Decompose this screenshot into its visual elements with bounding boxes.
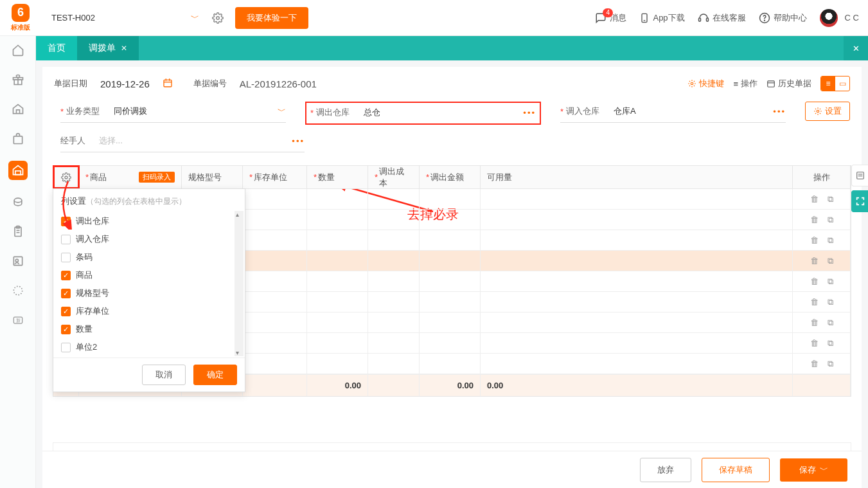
avatar — [820, 9, 838, 27]
delete-icon[interactable]: 🗑 — [810, 359, 819, 368]
colset-option[interactable]: 条码 — [61, 248, 242, 266]
rail-finance-icon[interactable] — [10, 194, 26, 210]
biz-type-field[interactable]: *业务类型 同价调拨 ﹀ — [60, 102, 286, 123]
tabs-close-all[interactable]: ✕ — [844, 36, 868, 60]
total-amt: 0.00 — [420, 375, 481, 396]
colset-option[interactable]: ✓商品 — [61, 266, 242, 284]
rail-stock-icon[interactable] — [10, 102, 26, 117]
col-amt[interactable]: *调出金额 — [420, 166, 481, 188]
copy-icon[interactable]: ⧉ — [828, 318, 833, 328]
delete-icon[interactable]: 🗑 — [810, 297, 819, 307]
customer-service-button[interactable]: 在线客服 — [698, 12, 746, 24]
col-spec[interactable]: 规格型号 — [182, 166, 243, 188]
copy-icon[interactable]: ⧉ — [828, 215, 833, 225]
org-selector[interactable]: TEST-H002 ﹀ — [45, 7, 206, 29]
svg-rect-1 — [642, 14, 647, 22]
delete-icon[interactable]: 🗑 — [810, 215, 819, 224]
copy-icon[interactable]: ⧉ — [828, 276, 833, 287]
history-button[interactable]: 历史单据 — [766, 78, 811, 89]
svg-rect-20 — [164, 80, 172, 87]
svg-rect-3 — [698, 18, 700, 21]
ops-button[interactable]: ≡ 操作 — [733, 78, 757, 89]
delete-icon[interactable]: 🗑 — [810, 194, 819, 204]
svg-rect-25 — [768, 81, 775, 87]
rail-warehouse-icon[interactable] — [8, 161, 28, 180]
tab-transfer[interactable]: 调拨单 ✕ — [77, 36, 139, 60]
settings-button[interactable]: 设置 — [805, 102, 850, 121]
delete-icon[interactable]: 🗑 — [810, 276, 819, 286]
colset-option-label: 规格型号 — [76, 287, 109, 299]
colset-option[interactable]: ✓规格型号 — [61, 284, 242, 302]
scan-tag[interactable]: 扫码录入 — [139, 172, 175, 183]
copy-icon[interactable]: ⧉ — [828, 297, 833, 307]
in-warehouse-field[interactable]: *调入仓库 仓库A ••• — [560, 102, 786, 123]
colset-option[interactable]: ✓数量 — [61, 320, 242, 338]
tab-home[interactable]: 首页 — [36, 36, 77, 60]
save-draft-button[interactable]: 保存草稿 — [702, 458, 770, 482]
copy-icon[interactable]: ⧉ — [828, 338, 833, 348]
checkbox-icon: ✓ — [61, 307, 71, 316]
save-button[interactable]: 保存 ﹀ — [780, 458, 847, 482]
view-list-icon[interactable]: ≡ — [821, 77, 835, 91]
rail-bag-icon[interactable] — [10, 131, 26, 147]
trial-button[interactable]: 我要体验一下 — [235, 7, 308, 29]
view-grid-icon[interactable]: ▭ — [835, 77, 849, 91]
user-menu[interactable]: C C — [820, 9, 859, 27]
col-unit[interactable]: *库存单位 — [243, 166, 307, 188]
colset-option-label: 调入仓库 — [76, 233, 109, 245]
app-header: 6 标准版 TEST-H002 ﹀ 我要体验一下 消息 4 App下载 在线客服… — [0, 0, 868, 36]
col-qty[interactable]: *数量 — [307, 166, 368, 188]
form-row-2: 经手人 选择... ••• — [42, 125, 862, 152]
copy-icon[interactable]: ⧉ — [828, 194, 833, 204]
rail-contacts-icon[interactable] — [10, 253, 26, 269]
colset-option[interactable]: 单位2 — [61, 338, 242, 356]
rail-gift-icon[interactable] — [10, 72, 26, 87]
logo: 6 标准版 — [9, 4, 32, 32]
rail-clipboard-icon[interactable] — [10, 224, 26, 239]
colset-list[interactable]: ✓调出仓库调入仓库条码✓商品✓规格型号✓库存单位✓数量单位2 — [53, 210, 245, 357]
shortcut-button[interactable]: 快捷键 — [687, 78, 724, 89]
col-product[interactable]: *商品扫码录入 — [79, 166, 182, 188]
colset-option[interactable]: 调入仓库 — [61, 230, 242, 248]
col-avail[interactable]: 可用量 — [481, 166, 793, 188]
close-icon[interactable]: ✕ — [121, 44, 127, 53]
settings-icon[interactable] — [212, 12, 224, 24]
more-icon[interactable]: ••• — [292, 136, 305, 146]
ok-button[interactable]: 确定 — [193, 365, 237, 385]
more-icon[interactable]: ••• — [523, 108, 536, 118]
delete-icon[interactable]: 🗑 — [810, 318, 819, 327]
svg-point-16 — [15, 259, 18, 262]
col-cost[interactable]: *调出成本 — [368, 166, 420, 188]
help-label: 帮助中心 — [774, 12, 807, 24]
delete-icon[interactable]: 🗑 — [810, 235, 819, 245]
side-panel-toggle[interactable] — [851, 165, 868, 186]
logo-icon: 6 — [12, 4, 30, 22]
fullscreen-toggle[interactable] — [851, 190, 868, 212]
scrollbar[interactable] — [235, 211, 244, 356]
calendar-icon[interactable] — [163, 78, 173, 90]
messages-button[interactable]: 消息 4 — [595, 12, 626, 24]
help-center-button[interactable]: 帮助中心 — [759, 12, 807, 24]
more-icon[interactable]: ••• — [773, 107, 786, 116]
delete-icon[interactable]: 🗑 — [810, 338, 819, 348]
out-warehouse-field[interactable]: *调出仓库 总仓 ••• — [305, 102, 541, 125]
column-settings-button[interactable] — [53, 166, 79, 188]
date-value[interactable]: 2019-12-26 — [100, 78, 150, 89]
app-download-button[interactable]: App下载 — [639, 12, 684, 24]
copy-icon[interactable]: ⧉ — [828, 235, 833, 246]
colset-option-label: 数量 — [76, 323, 93, 335]
rail-apps-icon[interactable] — [10, 283, 26, 298]
rail-new-icon[interactable]: 新 — [10, 312, 26, 328]
handler-field[interactable]: 经手人 选择... ••• — [60, 131, 305, 152]
cancel-button[interactable]: 取消 — [142, 365, 186, 385]
rail-home-icon[interactable] — [10, 42, 26, 58]
copy-icon[interactable]: ⧉ — [828, 359, 833, 369]
no-value: AL-20191226-001 — [240, 78, 317, 89]
colset-option[interactable]: ✓库存单位 — [61, 302, 242, 320]
column-settings-popover: 列设置（勾选的列会在表格中显示） ✓调出仓库调入仓库条码✓商品✓规格型号✓库存单… — [53, 188, 245, 392]
delete-icon[interactable]: 🗑 — [810, 256, 819, 266]
svg-point-27 — [817, 110, 819, 113]
colset-option[interactable]: ✓调出仓库 — [61, 212, 242, 230]
copy-icon[interactable]: ⧉ — [828, 256, 833, 266]
discard-button[interactable]: 放弃 — [640, 458, 691, 482]
